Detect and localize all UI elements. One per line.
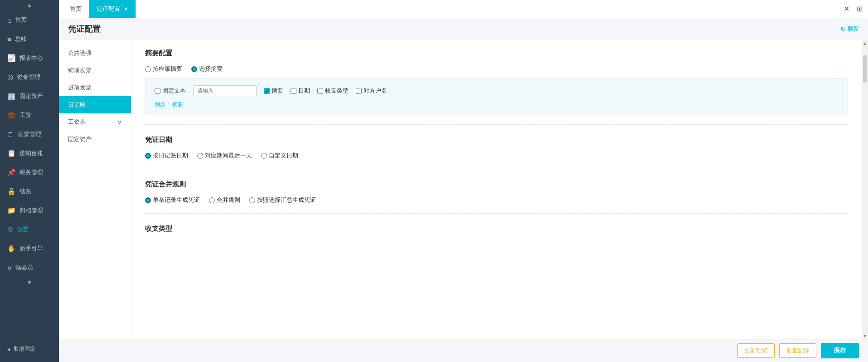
sidebar-item-reports[interactable]: 📈 报表中心 bbox=[0, 49, 59, 68]
by-selection-summary-radio[interactable]: 按照选择汇总生成凭证 bbox=[249, 196, 316, 204]
content-wrapper: 公共选项 销项发票 进项发票 日记账 工资表 ∨ 固定资产 bbox=[59, 40, 868, 339]
refresh-icon: ↻ bbox=[840, 26, 845, 33]
batch-delete-button[interactable]: 批量删除 bbox=[779, 343, 816, 358]
nav-item-journal[interactable]: 日记账 bbox=[59, 96, 131, 113]
income-expense-type-section: 收支类型 bbox=[145, 225, 848, 249]
sidebar-item-closing[interactable]: 🔒 结账 bbox=[0, 182, 59, 201]
page-title: 凭证配置 bbox=[68, 24, 101, 34]
closing-icon: 🔒 bbox=[7, 187, 16, 196]
sidebar-item-purchase-sales[interactable]: 📋 进销台账 bbox=[0, 144, 59, 163]
update-preview-button[interactable]: 更新预览 bbox=[737, 343, 775, 358]
right-content: 摘要配置 按模版摘要 选择摘要 bbox=[131, 40, 862, 339]
voucher-date-section: 凭证日期 按日记账日期 对应期间最后一天 自定义日期 bbox=[145, 136, 848, 169]
abstract-config-section: 摘要配置 按模版摘要 选择摘要 bbox=[145, 49, 848, 125]
archive-icon: 📁 bbox=[7, 206, 16, 215]
refresh-button[interactable]: ↻ 刷新 bbox=[840, 25, 859, 33]
sidebar-item-funds[interactable]: ◎ 资金管理 bbox=[0, 68, 59, 87]
restore-window-button[interactable]: ✕ bbox=[842, 3, 851, 15]
home-icon: ⌂ bbox=[7, 16, 11, 24]
tab-voucher-config[interactable]: 凭证配置 ✕ bbox=[89, 0, 136, 18]
sidebar-item-home[interactable]: ⌂ 首页 bbox=[0, 10, 59, 29]
voucher-date-radio-group: 按日记账日期 对应期间最后一天 自定义日期 bbox=[145, 152, 848, 160]
bottom-bar: 更新预览 批量删除 保存 bbox=[59, 339, 868, 362]
tab-home[interactable]: 首页 bbox=[63, 0, 89, 18]
sidebar-item-tax-mgmt[interactable]: 📌 税务管理 bbox=[0, 163, 59, 182]
purchase-sales-icon: 📋 bbox=[7, 149, 16, 157]
nav-item-fixed-assets[interactable]: 固定资产 bbox=[59, 131, 131, 148]
scroll-up-arrow[interactable]: ▲ bbox=[862, 40, 868, 46]
voucher-date-title: 凭证日期 bbox=[145, 136, 848, 144]
tax-mgmt-icon: 📌 bbox=[7, 168, 16, 176]
main-area: 首页 凭证配置 ✕ ✕ ⊞ 凭证配置 ↻ 刷新 公共选项 销项发票 进 bbox=[59, 0, 868, 362]
payroll-icon: 💼 bbox=[7, 111, 16, 119]
sidebar-item-vip[interactable]: V 畅会员 bbox=[0, 258, 59, 277]
fixed-text-checkbox[interactable]: 固定文本 bbox=[155, 87, 186, 95]
voucher-merge-rule-section: 凭证合并规则 单条记录生成凭证 合并规则 按照选择汇总生成凭证 bbox=[145, 180, 848, 214]
left-nav: 公共选项 销项发票 进项发票 日记账 工资表 ∨ 固定资产 bbox=[59, 40, 131, 339]
merge-rule-radio[interactable]: 合并规则 bbox=[209, 196, 240, 204]
counterpart-name-checkbox[interactable]: 对方户名 bbox=[356, 87, 387, 95]
income-type-checkbox[interactable]: 收支类型 bbox=[317, 87, 349, 95]
invoice-mgmt-icon: 🗒 bbox=[7, 131, 14, 138]
sidebar-scroll-down[interactable]: ▼ bbox=[0, 277, 59, 288]
expand-window-button[interactable]: ⊞ bbox=[855, 3, 864, 15]
fixed-assets-icon: 🏢 bbox=[7, 92, 16, 100]
by-journal-date-radio[interactable]: 按日记账日期 bbox=[145, 152, 188, 160]
sidebar-item-archive[interactable]: 📁 归档管理 bbox=[0, 201, 59, 220]
scroll-rail: ▲ ▼ bbox=[862, 40, 868, 339]
abstract-example: 例如： 摘要 bbox=[155, 101, 839, 108]
pin-icon: ◂ bbox=[7, 346, 10, 352]
sidebar: ▲ ⌂ 首页 ≡ 总账 📈 报表中心 ◎ 资金管理 🏢 固定资产 💼 工资 🗒 … bbox=[0, 0, 59, 362]
single-record-radio[interactable]: 单条记录生成凭证 bbox=[145, 196, 200, 204]
settings-icon: ⚙ bbox=[7, 225, 13, 234]
reports-icon: 📈 bbox=[7, 54, 16, 62]
funds-icon: ◎ bbox=[7, 73, 13, 81]
abstract-checkbox-row: 固定文本 摘要 日期 bbox=[155, 85, 839, 96]
nav-item-payroll-table[interactable]: 工资表 ∨ bbox=[59, 113, 131, 131]
save-button[interactable]: 保存 bbox=[821, 343, 859, 358]
voucher-merge-rule-title: 凭证合并规则 bbox=[145, 180, 848, 189]
vip-icon: V bbox=[7, 264, 12, 272]
fixed-text-input[interactable] bbox=[193, 85, 257, 96]
tab-bar: 首页 凭证配置 ✕ ✕ ⊞ bbox=[59, 0, 868, 18]
custom-date-radio[interactable]: 自定义日期 bbox=[261, 152, 298, 160]
nav-item-sales-invoice[interactable]: 销项发票 bbox=[59, 62, 131, 79]
nav-item-purchase-invoice[interactable]: 进项发票 bbox=[59, 79, 131, 96]
sidebar-item-invoice-mgmt[interactable]: 🗒 发票管理 bbox=[0, 125, 59, 144]
last-day-of-period-radio[interactable]: 对应期间最后一天 bbox=[197, 152, 252, 160]
sidebar-item-settings[interactable]: ⚙ 设置 bbox=[0, 220, 59, 239]
income-expense-type-title: 收支类型 bbox=[145, 225, 848, 233]
sidebar-item-payroll[interactable]: 💼 工资 bbox=[0, 106, 59, 125]
expand-arrow-icon: ∨ bbox=[117, 119, 122, 126]
abstract-mode-radio-group: 按模版摘要 选择摘要 bbox=[145, 65, 848, 73]
ledger-icon: ≡ bbox=[7, 35, 11, 43]
sidebar-item-fixed-assets[interactable]: 🏢 固定资产 bbox=[0, 87, 59, 106]
sidebar-item-ledger[interactable]: ≡ 总账 bbox=[0, 29, 59, 49]
page-header: 凭证配置 ↻ 刷新 bbox=[59, 18, 868, 40]
unpin-button[interactable]: ◂ 取消固定 bbox=[0, 340, 59, 358]
abstract-config-title: 摘要配置 bbox=[145, 49, 848, 58]
sidebar-item-guide[interactable]: ✋ 新手引导 bbox=[0, 239, 59, 258]
scroll-thumb[interactable] bbox=[863, 55, 867, 83]
sidebar-scroll-up[interactable]: ▲ bbox=[0, 0, 59, 10]
close-tab-icon[interactable]: ✕ bbox=[124, 6, 128, 12]
sidebar-bottom: ◂ 取消固定 bbox=[0, 336, 59, 362]
nav-item-public-options[interactable]: 公共选项 bbox=[59, 44, 131, 62]
date-checkbox[interactable]: 日期 bbox=[291, 87, 310, 95]
abstract-config-box: 固定文本 摘要 日期 bbox=[145, 78, 848, 115]
tab-actions: ✕ ⊞ bbox=[842, 3, 864, 15]
guide-icon: ✋ bbox=[7, 245, 16, 253]
select-abstract-radio[interactable]: 选择摘要 bbox=[191, 65, 223, 73]
template-abstract-radio[interactable]: 按模版摘要 bbox=[145, 65, 182, 73]
scroll-down-arrow[interactable]: ▼ bbox=[862, 333, 868, 339]
voucher-merge-radio-group: 单条记录生成凭证 合并规则 按照选择汇总生成凭证 bbox=[145, 196, 848, 204]
abstract-checkbox[interactable]: 摘要 bbox=[264, 87, 283, 95]
